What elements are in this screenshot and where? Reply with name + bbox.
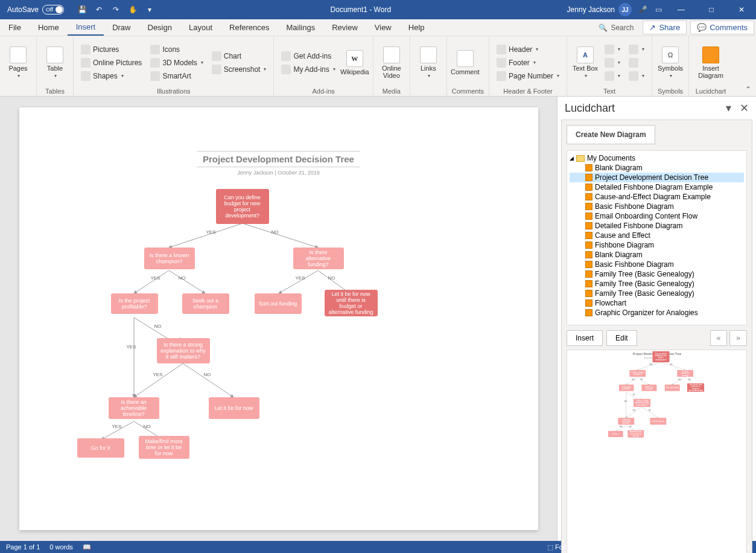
3d-models-button[interactable]: 3D Models▾ [148, 57, 205, 69]
user-account[interactable]: Jenny Jackson JJ [567, 3, 632, 16]
tab-home[interactable]: Home [30, 19, 68, 36]
node-seek-champion: Seek out a champion [641, 385, 656, 391]
tree-expand-icon[interactable]: ◢ [570, 155, 574, 161]
tab-insert[interactable]: Insert [68, 19, 104, 36]
tab-draw[interactable]: Draw [104, 19, 139, 36]
shapes-button[interactable]: Shapes▾ [78, 70, 144, 82]
tree-item[interactable]: Cause and Effect [570, 231, 744, 240]
my-addins-button[interactable]: My Add-ins▾ [279, 63, 337, 75]
tree-item[interactable]: Family Tree (Basic Genealogy) [570, 289, 744, 298]
node-sort-funding: Sort out funding [255, 293, 302, 314]
page-indicator[interactable]: Page 1 of 1 [6, 543, 40, 551]
search-box[interactable]: 🔍 Search [591, 24, 641, 32]
tree-item[interactable]: Email Onboarding Content Flow [570, 211, 744, 221]
zoom-slider[interactable] [656, 546, 717, 548]
tab-mailings[interactable]: Mailings [278, 19, 324, 36]
page-number-button[interactable]: Page Number▾ [494, 70, 562, 82]
tree-item[interactable]: Basic Fishbone Diagram [570, 260, 744, 269]
links-icon [420, 46, 437, 63]
tree-item[interactable]: Graphic Organizer for Analogies [570, 308, 744, 318]
undo-icon[interactable]: ↶ [94, 5, 104, 14]
pictures-button[interactable]: Pictures [78, 43, 144, 56]
tree-item[interactable]: Blank Diagram [570, 250, 744, 260]
panel-menu-icon[interactable]: ▾ [726, 101, 731, 115]
tab-design[interactable]: Design [139, 19, 180, 36]
links-button[interactable]: Links▾ [415, 39, 442, 86]
ribbon-tabs: File Home Insert Draw Design Layout Refe… [0, 19, 756, 36]
tab-layout[interactable]: Layout [180, 19, 221, 36]
tree-item[interactable]: Detailed Fishbone Diagram Example [570, 182, 744, 192]
minimize-button[interactable]: — [669, 0, 693, 19]
qat-more-icon[interactable]: ▾ [145, 5, 154, 14]
tree-item[interactable]: Family Tree (Basic Genealogy) [570, 279, 744, 289]
tree-item[interactable]: Project Development Decision Tree [570, 173, 744, 182]
object-button[interactable]: ▾ [626, 70, 647, 82]
table-button[interactable]: Table▾ [42, 39, 68, 86]
symbols-button[interactable]: Ω Symbols▾ [657, 39, 684, 86]
header-button[interactable]: Header▾ [494, 43, 562, 56]
tab-file[interactable]: File [0, 19, 30, 36]
node-root: Can you define budget for new project de… [216, 189, 269, 224]
get-addins-icon [281, 51, 291, 61]
tab-review[interactable]: Review [323, 19, 366, 36]
next-page-button[interactable]: » [729, 330, 747, 346]
panel-close-icon[interactable]: ✕ [740, 101, 749, 115]
quick-parts-button[interactable]: ▾ [602, 43, 623, 56]
mic-icon[interactable]: 🎤 [638, 5, 647, 14]
tab-references[interactable]: References [221, 19, 278, 36]
prev-page-button[interactable]: « [710, 330, 728, 346]
tree-item[interactable]: Detailed Fishbone Diagram [570, 221, 744, 231]
tree-folder[interactable]: ◢ My Documents [570, 153, 744, 163]
icons-button[interactable]: Icons [148, 43, 205, 56]
tree-item[interactable]: Basic Fishbone Diagram [570, 202, 744, 211]
autosave-toggle[interactable]: AutoSave Off [7, 5, 64, 14]
document-area[interactable]: Project Development Decision Tree Jenny … [0, 97, 557, 541]
online-pictures-button[interactable]: Online Pictures [78, 57, 144, 69]
collapse-ribbon-icon[interactable]: ⌃ [745, 85, 751, 94]
dropcap-button[interactable]: ▾ [602, 70, 623, 82]
screenshot-button[interactable]: Screenshot▾ [209, 63, 269, 75]
insert-button[interactable]: Insert [567, 330, 603, 346]
redo-icon[interactable]: ↷ [111, 5, 121, 14]
signature-button[interactable]: ▾ [626, 43, 647, 56]
save-icon[interactable]: 💾 [77, 5, 87, 14]
pages-button[interactable]: Pages▾ [5, 39, 31, 86]
diagram-tree[interactable]: ◢ My Documents Blank DiagramProject Deve… [567, 150, 747, 325]
wordart-button[interactable]: ▾ [602, 57, 623, 69]
footer-button[interactable]: Footer▾ [494, 57, 562, 69]
tree-item[interactable]: Blank Diagram [570, 163, 744, 173]
node-moretime: Make/find more time or let it be for now [627, 430, 644, 437]
close-button[interactable]: ✕ [729, 0, 754, 19]
diagram-icon [585, 213, 592, 220]
online-video-button[interactable]: Online Video [378, 39, 405, 86]
wikipedia-button[interactable]: W Wikipedia [341, 39, 368, 86]
node-champion: Is there a known champion? [629, 370, 646, 377]
comments-button[interactable]: 💬 Comments [690, 21, 754, 34]
create-diagram-button[interactable]: Create New Diagram [567, 125, 655, 144]
datetime-button[interactable] [626, 57, 647, 69]
get-addins-button[interactable]: Get Add-ins [279, 50, 337, 62]
tree-item[interactable]: Cause-and-Effect Diagram Example [570, 192, 744, 202]
share-button[interactable]: ↗ Share [643, 21, 687, 34]
diagram-icon [585, 222, 592, 229]
comment-button[interactable]: Comment [452, 39, 478, 86]
diagram-icon [585, 184, 592, 191]
tree-item[interactable]: Fishbone Diagram [570, 240, 744, 250]
word-count[interactable]: 0 words [49, 543, 73, 551]
diagram-preview: Project Development Decision TreeJenny J… [567, 350, 747, 553]
textbox-button[interactable]: A Text Box▾ [572, 39, 599, 86]
tree-item[interactable]: Family Tree (Basic Genealogy) [570, 269, 744, 279]
touch-mode-icon[interactable]: ✋ [128, 5, 138, 14]
node-goforit: Go for it [608, 431, 623, 437]
ribbon-display-icon[interactable]: ▭ [653, 5, 663, 14]
insert-diagram-button[interactable]: Insert Diagram [694, 39, 728, 86]
edit-button[interactable]: Edit [606, 330, 637, 346]
spellcheck-icon[interactable]: 📖 [83, 543, 91, 551]
chart-button[interactable]: Chart [209, 50, 269, 62]
tree-item[interactable]: Flowchart [570, 298, 744, 308]
tab-view[interactable]: View [366, 19, 400, 36]
tab-help[interactable]: Help [400, 19, 433, 36]
tree-item-label: Graphic Organizer for Analogies [595, 308, 698, 317]
smartart-button[interactable]: SmartArt [148, 70, 205, 82]
maximize-button[interactable]: □ [699, 0, 723, 19]
